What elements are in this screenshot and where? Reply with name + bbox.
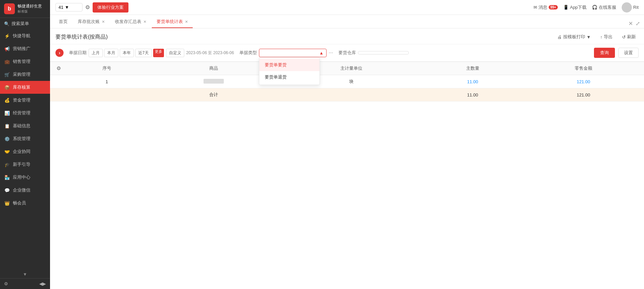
more-date-badge[interactable]: 更多 (153, 49, 164, 57)
sidebar-item-system[interactable]: ⚙️ 系统管理 (0, 132, 50, 145)
sidebar-scroll-down[interactable]: ▼ (0, 270, 50, 278)
finance-icon: 💰 (4, 97, 10, 103)
tab-close-icon[interactable]: ✕ (185, 20, 188, 24)
expand-icon[interactable]: ⤢ (636, 20, 640, 27)
trial-button[interactable]: 体验行业方案 (93, 2, 128, 13)
sidebar-item-quick-nav[interactable]: ⚡ 快捷导航 (0, 29, 50, 42)
this-month-btn[interactable]: 本月 (104, 49, 118, 57)
sales-icon: 💼 (4, 59, 10, 65)
dropdown-item-order[interactable]: 要货单要货 (259, 59, 319, 71)
sidebar-item-label: 资金管理 (13, 97, 30, 103)
custom-date-btn[interactable]: 自定义 (166, 49, 184, 57)
phone-icon: 📱 (563, 5, 569, 10)
last-month-btn[interactable]: 上月 (89, 49, 103, 57)
sidebar-logo: b 畅捷通好生意 标准版 (0, 0, 50, 18)
col-amount: 零售金额 (523, 62, 644, 75)
operation-icon: 📊 (4, 110, 10, 116)
settings-icon[interactable]: ⚙ (4, 281, 8, 286)
print-label: 按模板打印 (563, 34, 585, 40)
user-item[interactable]: Rit (622, 2, 639, 13)
sidebar-item-member[interactable]: 👑 畅会员 (0, 197, 50, 209)
online-service-item[interactable]: 🎧 在线客服 (592, 4, 616, 10)
dropdown-item-return[interactable]: 要货单退货 (259, 71, 319, 83)
row-amount[interactable]: 121.00 (523, 75, 644, 88)
warehouse-select-box[interactable] (358, 51, 409, 54)
settings-gear-icon[interactable]: ⚙ (85, 4, 90, 10)
refresh-btn[interactable]: ↺ 刷新 (619, 32, 639, 41)
footer-label: 合计 (147, 88, 281, 102)
print-template-btn[interactable]: 🖨 按模板打印 ▼ (555, 32, 594, 41)
filter-more-icon[interactable]: ··· (329, 50, 333, 56)
page-content: 要货单统计表(按商品) 🖨 按模板打印 ▼ ↑ 导出 ↺ 刷新 (50, 28, 644, 289)
type-select-arrow: ▲ (319, 50, 324, 55)
row-quantity[interactable]: 11.00 (423, 75, 523, 88)
topbar-left: 41 ▼ ⚙ 体验行业方案 (55, 2, 529, 13)
sidebar-item-label: 新手引导 (13, 161, 30, 168)
table-footer-row: 合计 11.00 121.00 (50, 88, 644, 102)
warehouse-filter-group: 要货仓库 (338, 50, 409, 56)
tab-bar-actions: ✕ ⤢ (628, 20, 640, 28)
tab-order-summary[interactable]: 要货单统计表 ✕ (152, 16, 193, 28)
sidebar-item-sales[interactable]: 💼 销售管理 (0, 55, 50, 68)
query-button[interactable]: 查询 (594, 48, 615, 58)
col-settings[interactable]: ⚙ (50, 62, 67, 75)
sidebar-item-operation[interactable]: 📊 经营管理 (0, 107, 50, 119)
app-title: 畅捷通好生意 (18, 4, 42, 9)
page-title: 要货单统计表(按商品) (55, 34, 108, 41)
app-download-label: App下载 (570, 4, 587, 10)
tab-close-icon[interactable]: ✕ (143, 20, 146, 24)
sidebar-item-finance[interactable]: 💰 资金管理 (0, 94, 50, 107)
store-selector[interactable]: 41 ▼ (55, 3, 82, 12)
filter-expand-btn[interactable]: › (55, 49, 64, 57)
this-year-btn[interactable]: 本年 (120, 49, 134, 57)
topbar-right: ✉ 消息 99+ 📱 App下载 🎧 在线客服 Rit (533, 2, 639, 13)
export-icon: ↑ (600, 35, 603, 40)
user-name: Rit (633, 5, 639, 10)
cooperation-icon: 🤝 (4, 149, 10, 155)
last-7-days-btn[interactable]: 近7天 (135, 49, 152, 57)
online-service-label: 在线客服 (599, 4, 616, 10)
sidebar-item-label: 基础信息 (13, 123, 30, 129)
topbar: 41 ▼ ⚙ 体验行业方案 ✉ 消息 99+ 📱 App下载 🎧 在线客服 R (50, 0, 644, 15)
sidebar: b 畅捷通好生意 标准版 🔍 搜索菜单 ⚡ 快捷导航 📢 营销推广 💼 销售管理… (0, 0, 50, 289)
app-download-item[interactable]: 📱 App下载 (563, 4, 587, 10)
sidebar-search[interactable]: 🔍 搜索菜单 (0, 18, 50, 29)
sidebar-item-wechat[interactable]: 💬 企业微信 (0, 184, 50, 197)
warehouse-filter-label: 要货仓库 (338, 50, 356, 56)
sidebar-item-appstore[interactable]: 🏪 应用中心 (0, 171, 50, 184)
tab-home[interactable]: 首页 (54, 16, 72, 28)
sidebar-item-label: 快捷导航 (13, 33, 30, 39)
wechat-icon: 💬 (4, 187, 10, 193)
messages-item[interactable]: ✉ 消息 99+ (533, 4, 558, 10)
type-select-container: ▲ 要货单要货 要货单退货 (259, 49, 327, 57)
tab-label: 收发存汇总表 (115, 19, 141, 25)
table-body: 1 块 11.00 121.00 (50, 75, 644, 88)
data-table: ⚙ 序号 商品 主计量单位 主数量 零售金额 1 (50, 62, 644, 102)
print-icon: 🖨 (557, 35, 562, 40)
close-all-tabs-icon[interactable]: ✕ (628, 20, 633, 27)
row-num: 1 (67, 75, 147, 88)
date-filter-group: 单据日期 上月 本月 本年 近7天 更多 自定义 2023-05-06 至 20… (69, 49, 234, 57)
tab-receive-summary[interactable]: 收发存汇总表 ✕ (110, 16, 151, 28)
system-icon: ⚙️ (4, 136, 10, 142)
table-container: ⚙ 序号 商品 主计量单位 主数量 零售金额 1 (50, 62, 644, 102)
type-select-box[interactable]: ▲ (259, 49, 327, 57)
sidebar-item-inventory[interactable]: 📦 库存核算 (0, 81, 50, 94)
collapse-icon[interactable]: ◀▶ (39, 281, 46, 286)
sidebar-item-purchase[interactable]: 🛒 采购管理 (0, 68, 50, 81)
store-number: 41 (58, 5, 63, 10)
col-settings-icon[interactable]: ⚙ (56, 65, 61, 71)
sidebar-item-label: 企业微信 (13, 187, 30, 193)
sidebar-item-marketing[interactable]: 📢 营销推广 (0, 42, 50, 55)
sidebar-item-guide[interactable]: 🎓 新手引导 (0, 158, 50, 171)
tab-close-icon[interactable]: ✕ (102, 20, 105, 24)
export-btn[interactable]: ↑ 导出 (598, 32, 616, 41)
settings-button[interactable]: 设置 (618, 48, 639, 58)
sidebar-item-cooperation[interactable]: 🤝 企业协同 (0, 145, 50, 158)
table-header-row: ⚙ 序号 商品 主计量单位 主数量 零售金额 (50, 62, 644, 75)
messages-label: 消息 (539, 4, 547, 10)
sidebar-item-label: 畅会员 (13, 200, 26, 206)
messages-badge: 99+ (549, 5, 558, 9)
tab-inventory-batch[interactable]: 库存批次账 ✕ (73, 16, 110, 28)
sidebar-item-basic[interactable]: 📋 基础信息 (0, 119, 50, 132)
